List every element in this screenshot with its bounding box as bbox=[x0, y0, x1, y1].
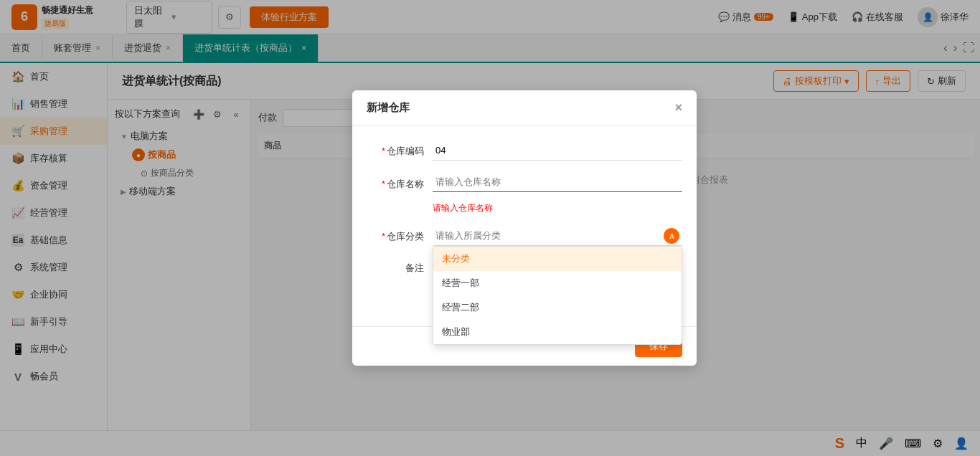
modal-body: *仓库编码 *仓库名称 请输入仓库名称 *仓库分类 ∧ bbox=[352, 126, 697, 326]
warehouse-code-row: *仓库编码 bbox=[367, 141, 682, 161]
dropdown-option-1[interactable]: 经营一部 bbox=[433, 271, 682, 295]
name-label: *仓库名称 bbox=[367, 174, 424, 191]
category-dropdown-wrapper: ∧ 未分类 经营一部 经营二部 物业部 bbox=[433, 226, 682, 246]
category-label: *仓库分类 bbox=[367, 226, 424, 243]
new-warehouse-modal: 新增仓库 × *仓库编码 *仓库名称 请输入仓库名称 *仓库分类 bbox=[352, 90, 697, 366]
name-error-text: 请输入仓库名称 bbox=[433, 203, 493, 213]
code-label: *仓库编码 bbox=[367, 141, 424, 158]
dropdown-option-3[interactable]: 物业部 bbox=[433, 320, 682, 344]
warehouse-name-row: *仓库名称 请输入仓库名称 bbox=[367, 172, 682, 214]
modal-header: 新增仓库 × bbox=[352, 90, 697, 126]
warehouse-name-input[interactable] bbox=[433, 172, 682, 192]
modal-title: 新增仓库 bbox=[367, 101, 410, 115]
category-dropdown-toggle[interactable]: ∧ bbox=[664, 228, 679, 244]
modal-close-button[interactable]: × bbox=[674, 100, 682, 115]
warehouse-category-row: *仓库分类 ∧ 未分类 经营一部 经营二部 物业部 bbox=[367, 226, 682, 246]
category-input[interactable] bbox=[433, 226, 682, 246]
category-dropdown-list: 未分类 经营一部 经营二部 物业部 bbox=[433, 246, 682, 345]
dropdown-option-0[interactable]: 未分类 bbox=[433, 247, 682, 271]
dropdown-option-2[interactable]: 经营二部 bbox=[433, 295, 682, 320]
notes-label: 备注 bbox=[367, 257, 424, 275]
warehouse-code-input[interactable] bbox=[433, 141, 682, 161]
